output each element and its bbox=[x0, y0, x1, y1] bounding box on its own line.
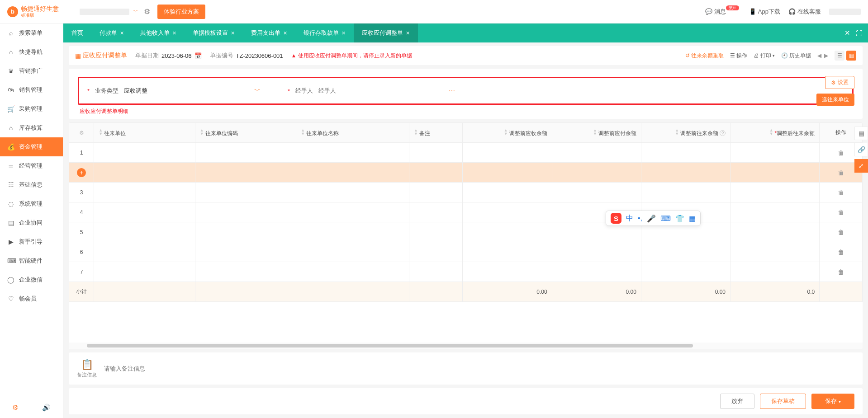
col-unit-code[interactable]: ▲▼往来单位编码 bbox=[195, 123, 296, 143]
tab-0[interactable]: 首页 bbox=[63, 23, 91, 42]
tab-3[interactable]: 单据模板设置✕ bbox=[185, 23, 243, 42]
tab-1[interactable]: 付款单✕ bbox=[91, 23, 132, 42]
online-service-button[interactable]: 🎧 在线客服 bbox=[788, 8, 821, 16]
view-list-icon[interactable]: ☰ bbox=[835, 51, 844, 61]
col-pre-pay[interactable]: ▲▼调整前应付余额 bbox=[552, 123, 641, 143]
sidebar-collapse-icon[interactable]: ⚙ bbox=[12, 404, 18, 412]
next-doc-icon[interactable]: ▶ bbox=[824, 52, 828, 59]
settings-button[interactable]: ⚙设置 bbox=[825, 76, 854, 89]
remark-input[interactable] bbox=[104, 365, 854, 372]
calendar-icon[interactable]: 📅 bbox=[194, 52, 202, 59]
sidebar-item-label: 企业微信 bbox=[19, 276, 43, 284]
sidebar-item-5[interactable]: ⌂库存核算 bbox=[0, 118, 63, 137]
sidebar-item-2[interactable]: ♛营销推广 bbox=[0, 61, 63, 80]
sidebar-icon: ⌂ bbox=[7, 48, 14, 56]
col-pre-recv[interactable]: ▲▼调整前应收余额 bbox=[463, 123, 552, 143]
tenant-selector[interactable]: ﹀ bbox=[80, 8, 138, 15]
horizontal-scrollbar[interactable] bbox=[69, 343, 863, 349]
table-row[interactable]: 3🗑 bbox=[69, 183, 863, 202]
reget-balance-button[interactable]: ↺往来余额重取 bbox=[685, 52, 724, 60]
biz-type-select[interactable] bbox=[123, 85, 250, 96]
select-unit-button[interactable]: 选往来单位 bbox=[816, 94, 854, 106]
app-download-button[interactable]: 📱 App下载 bbox=[749, 8, 780, 16]
rail-link-icon[interactable]: 🔗 bbox=[854, 143, 868, 156]
tab-fullscreen-icon[interactable]: ⛶ bbox=[856, 29, 863, 37]
ime-punct-icon[interactable]: •, bbox=[638, 214, 642, 222]
sidebar-item-3[interactable]: 🛍销售管理 bbox=[0, 80, 63, 99]
tab-4[interactable]: 费用支出单✕ bbox=[243, 23, 295, 42]
col-post-bal[interactable]: ▲▼*调整后往来余额 bbox=[730, 123, 820, 143]
tab-close-icon[interactable]: ✕ bbox=[231, 30, 235, 36]
delete-row-icon[interactable]: 🗑 bbox=[838, 268, 844, 276]
ime-skin-icon[interactable]: 👕 bbox=[675, 214, 684, 223]
col-remark[interactable]: ▲▼备注 bbox=[409, 123, 463, 143]
warning-text: 使用应收应付调整单期间，请停止录入新的单据 bbox=[298, 52, 412, 60]
ime-toolbar[interactable]: S 中 •, 🎤 ⌨ 👕 ▦ bbox=[606, 211, 701, 226]
tab-close-icon[interactable]: ✕ bbox=[172, 30, 176, 36]
tab-close-all-icon[interactable]: ✕ bbox=[844, 29, 850, 37]
rail-note-icon[interactable]: ▤ bbox=[854, 127, 868, 140]
col-unit[interactable]: ▲▼往来单位 bbox=[94, 123, 195, 143]
sidebar-item-14[interactable]: ♡畅会员 bbox=[0, 289, 63, 308]
save-button[interactable]: 保存▾ bbox=[811, 394, 854, 409]
history-button[interactable]: 🕘历史单据 bbox=[781, 52, 811, 60]
delete-row-icon[interactable]: 🗑 bbox=[838, 149, 844, 156]
view-card-icon[interactable]: ▦ bbox=[846, 51, 856, 61]
ime-lang[interactable]: 中 bbox=[626, 214, 633, 223]
sidebar-item-0[interactable]: ⌕搜索菜单 bbox=[0, 23, 63, 42]
user-menu[interactable] bbox=[829, 9, 861, 15]
delete-row-icon[interactable]: 🗑 bbox=[838, 209, 844, 216]
messages-button[interactable]: 💬 消息 99+ bbox=[705, 8, 741, 16]
tab-6[interactable]: 应收应付调整单✕ bbox=[354, 23, 418, 42]
table-row[interactable]: +🗑 bbox=[69, 163, 863, 183]
table-row[interactable]: 7🗑 bbox=[69, 262, 863, 282]
more-icon[interactable]: ⋯ bbox=[449, 87, 455, 94]
delete-row-icon[interactable]: 🗑 bbox=[838, 249, 844, 256]
delete-row-icon[interactable]: 🗑 bbox=[838, 229, 844, 236]
sidebar-item-4[interactable]: 🛒采购管理 bbox=[0, 99, 63, 118]
sidebar-item-label: 资金管理 bbox=[19, 143, 43, 151]
help-icon[interactable]: ? bbox=[720, 130, 726, 136]
chevron-down-icon[interactable]: ﹀ bbox=[254, 87, 261, 95]
col-unit-name[interactable]: ▲▼往来单位名称 bbox=[296, 123, 409, 143]
handler-input[interactable] bbox=[318, 85, 444, 96]
col-settings[interactable]: ⚙ bbox=[69, 123, 94, 143]
settings-icon[interactable]: ⚙ bbox=[144, 7, 150, 16]
tab-close-icon[interactable]: ✕ bbox=[342, 30, 346, 36]
ime-keyboard-icon[interactable]: ⌨ bbox=[660, 214, 671, 223]
sidebar-item-9[interactable]: ◌系统管理 bbox=[0, 194, 63, 213]
sidebar-item-11[interactable]: ▶新手引导 bbox=[0, 232, 63, 251]
tab-close-icon[interactable]: ✕ bbox=[120, 30, 124, 36]
table-row[interactable]: 1🗑 bbox=[69, 143, 863, 163]
table-row[interactable]: 6🗑 bbox=[69, 242, 863, 262]
ime-toolbox-icon[interactable]: ▦ bbox=[689, 214, 696, 223]
sidebar-item-13[interactable]: ◯企业微信 bbox=[0, 270, 63, 289]
rail-expand-icon[interactable]: ⤢ bbox=[854, 159, 868, 173]
tab-2[interactable]: 其他收入单✕ bbox=[132, 23, 185, 42]
doc-date-value[interactable]: 2023-06-06 bbox=[161, 52, 192, 59]
operate-button[interactable]: ☰操作 bbox=[730, 52, 747, 60]
save-draft-button[interactable]: 保存草稿 bbox=[760, 394, 806, 409]
abandon-button[interactable]: 放弃 bbox=[720, 394, 754, 409]
tab-close-icon[interactable]: ✕ bbox=[406, 30, 410, 36]
note-icon: 📋 bbox=[81, 359, 93, 371]
delete-row-icon[interactable]: 🗑 bbox=[838, 169, 844, 176]
sidebar-item-6[interactable]: 💰资金管理 bbox=[0, 137, 63, 156]
prev-doc-icon[interactable]: ◀ bbox=[817, 52, 821, 59]
table-row[interactable]: 5🗑 bbox=[69, 222, 863, 242]
add-row-icon[interactable]: + bbox=[77, 168, 86, 177]
sidebar-item-8[interactable]: ☷基础信息 bbox=[0, 175, 63, 194]
sidebar-item-10[interactable]: ▤企业协同 bbox=[0, 213, 63, 232]
tab-close-icon[interactable]: ✕ bbox=[283, 30, 287, 36]
delete-row-icon[interactable]: 🗑 bbox=[838, 189, 844, 196]
ime-mic-icon[interactable]: 🎤 bbox=[647, 214, 656, 223]
sidebar-sound-icon[interactable]: 🔊 bbox=[42, 404, 51, 412]
sidebar-item-7[interactable]: ≣经营管理 bbox=[0, 156, 63, 175]
col-pre-bal[interactable]: ▲▼调整前往来余额? bbox=[641, 123, 730, 143]
print-button[interactable]: 🖨打印▾ bbox=[754, 52, 775, 60]
tab-5[interactable]: 银行存取款单✕ bbox=[295, 23, 354, 42]
table-row[interactable]: 4🗑 bbox=[69, 202, 863, 222]
trial-industry-button[interactable]: 体验行业方案 bbox=[157, 5, 205, 19]
sidebar-item-12[interactable]: ⌨智能硬件 bbox=[0, 251, 63, 270]
sidebar-item-1[interactable]: ⌂快捷导航 bbox=[0, 42, 63, 61]
